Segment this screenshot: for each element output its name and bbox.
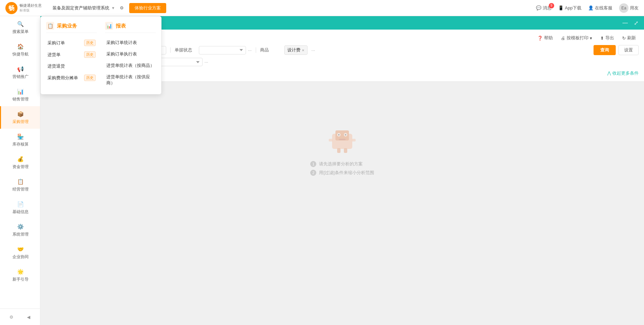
purchase-section-label: 采购业务 (57, 23, 77, 29)
tip-text-1: 请先选择要分析的方案 (319, 161, 363, 167)
collapse-button[interactable]: ⋀ 收起更多条件 (607, 70, 639, 76)
tab-maximize-button[interactable]: ⤢ (632, 19, 640, 27)
sidebar-marketing-label: 营销推广 (12, 74, 29, 80)
settings-gear-icon[interactable]: ⚙ (117, 3, 127, 13)
notification-badge: 9 (549, 3, 554, 8)
sidebar-finance-label: 资金管理 (12, 164, 29, 170)
purchase-return-label: 进货退货 (47, 63, 65, 69)
query-button[interactable]: 查询 (594, 45, 616, 55)
goods-label: 商品 (260, 47, 280, 53)
dropdown-item-order-stats[interactable]: 采购订单统计表 (105, 37, 156, 48)
help-label: 帮助 (544, 35, 553, 41)
sidebar-inventory-label: 库存核算 (12, 141, 29, 147)
voucher-status-more[interactable]: ··· (248, 48, 252, 53)
refresh-label: 刷新 (627, 35, 636, 41)
dropdown-item-goods-by-product[interactable]: 进货单统计表（按商品） (105, 60, 156, 71)
print-label: 按模板打印 (567, 35, 588, 41)
refresh-button[interactable]: ↻ 刷新 (619, 34, 639, 42)
avatar: Ea (619, 3, 629, 13)
purchase-expense-history-badge: 历史 (84, 75, 96, 81)
sidebar-item-sales[interactable]: 📊 销售管理 (0, 84, 40, 106)
empty-illustration (325, 122, 359, 156)
headset-icon: 👤 (588, 5, 594, 10)
report-section-label: 报表 (116, 23, 126, 29)
svg-rect-7 (329, 139, 333, 141)
dropdown-item-purchase-return[interactable]: 进货退货 (46, 60, 97, 72)
cooperation-icon: 🤝 (17, 245, 24, 253)
sidebar-item-tutorial[interactable]: 🌟 新手引导 (0, 264, 40, 286)
online-service-button[interactable]: 👤 在线客服 (588, 5, 612, 11)
toolbar-right: ❓ 帮助 🖨 按模板打印 ▾ ⬆ 导出 ↻ (535, 34, 639, 42)
purchase-order-history-badge: 历史 (84, 40, 96, 46)
app-download-button[interactable]: 📱 App下载 (558, 5, 581, 11)
order-exec-label: 采购订单执行表 (106, 51, 137, 57)
print-icon: 🖨 (561, 36, 565, 41)
sidebar-item-cooperation[interactable]: 🤝 企业协同 (0, 241, 40, 264)
salesman-select[interactable] (155, 58, 203, 66)
voucher-status-select[interactable] (199, 46, 246, 54)
collapse-area: ⋀ 收起更多条件 (607, 70, 639, 76)
print-button[interactable]: 🖨 按模板打印 ▾ (558, 34, 595, 42)
user-menu[interactable]: Ea 用友 (619, 3, 639, 13)
home-icon: 🏠 (17, 43, 24, 50)
sidebar-item-system[interactable]: ⚙️ 系统管理 (0, 219, 40, 241)
tab-minimize-button[interactable]: — (621, 19, 629, 27)
sidebar-settings-button[interactable]: ⚙ (6, 312, 17, 322)
logo-badge: 标准版 (20, 8, 42, 13)
empty-state: 1 请先选择要分析的方案 2 用[过滤]条件来缩小分析范围 (40, 82, 644, 216)
top-bar-middle: 装备及固定资产辅助管理系统 ▾ ⚙ 体验行业方案 (52, 3, 536, 13)
goods-by-supplier-label: 进货单统计表（按供应商） (106, 74, 154, 86)
message-icon: 💬 (536, 5, 541, 10)
sidebar-item-purchase[interactable]: 📦 采购管理 (0, 106, 40, 129)
dropdown-item-order-exec[interactable]: 采购订单执行表 (105, 48, 156, 60)
voucher-status-area: ··· (199, 46, 252, 54)
print-dropdown-arrow[interactable]: ▾ (590, 36, 592, 41)
purchase-expense-label: 采购费用分摊单 (47, 75, 78, 81)
sidebar-item-operations[interactable]: 📋 经营管理 (0, 174, 40, 196)
sidebar-item-inventory[interactable]: 🏪 库存核算 (0, 129, 40, 151)
empty-tip-1: 1 请先选择要分析的方案 (310, 161, 374, 167)
sidebar-item-quicknav[interactable]: 🏠 快捷导航 (0, 39, 40, 61)
goods-tag-value: 设计费 (287, 47, 300, 53)
inventory-icon: 🏪 (17, 133, 24, 140)
dropdown-item-purchase-order[interactable]: 采购订单 历史 (46, 37, 97, 49)
sidebar-item-finance[interactable]: 💰 资金管理 (0, 151, 40, 174)
dropdown-item-purchase-goods[interactable]: 进货单 历史 (46, 49, 97, 60)
purchase-col: 📋 采购业务 采购订单 历史 进货单 历史 进货退货 采购费用分摊单 历史 (46, 22, 97, 89)
goods-tag-close[interactable]: × (302, 48, 305, 53)
salesman-area: ··· (155, 58, 208, 66)
system-dropdown-arrow[interactable]: ▾ (112, 5, 114, 10)
phone-icon: 📱 (558, 5, 564, 10)
goods-by-product-label: 进货单统计表（按商品） (106, 63, 154, 69)
message-button[interactable]: 💬 消息 9 (536, 5, 551, 11)
purchase-section-title: 📋 采购业务 (46, 22, 97, 33)
help-button[interactable]: ❓ 帮助 (535, 34, 556, 42)
tab-bar-right: — ⤢ (621, 19, 644, 27)
sidebar-basicinfo-label: 基础信息 (12, 209, 29, 215)
operations-icon: 📋 (17, 178, 24, 185)
dropdown-item-goods-by-supplier[interactable]: 进货单统计表（按供应商） (105, 71, 156, 89)
sidebar-bottom: ⚙ ◀ (0, 309, 40, 325)
settings-button[interactable]: 设置 (618, 45, 639, 55)
action-buttons: 查询 设置 (594, 45, 639, 55)
logo-text: 畅捷通好生意 (20, 3, 42, 8)
divider-1 (170, 47, 171, 53)
goods-more[interactable]: ··· (312, 48, 315, 53)
finance-icon: 💰 (17, 155, 24, 163)
sidebar-collapse-button[interactable]: ◀ (23, 312, 34, 322)
sidebar-item-basic-info[interactable]: 📄 基础信息 (0, 196, 40, 219)
purchase-section-icon: 📋 (46, 22, 54, 30)
purchase-goods-history-badge: 历史 (84, 51, 96, 58)
sidebar-item-marketing[interactable]: 📢 营销推广 (0, 61, 40, 84)
voucher-status-label: 单据状态 (175, 47, 195, 53)
sidebar-item-search[interactable]: 🔍 搜索菜单 (0, 16, 40, 39)
salesman-more[interactable]: ··· (205, 59, 208, 65)
dropdown-item-purchase-expense[interactable]: 采购费用分摊单 历史 (46, 72, 97, 84)
export-button[interactable]: ⬆ 导出 (598, 34, 617, 42)
sidebar-sales-label: 销售管理 (12, 96, 29, 102)
industry-button[interactable]: 体验行业方案 (129, 3, 166, 13)
search-icon: 🔍 (17, 20, 24, 28)
sidebar-quicknav-label: 快捷导航 (12, 51, 29, 57)
purchase-goods-label: 进货单 (47, 52, 61, 58)
svg-point-5 (345, 134, 347, 136)
